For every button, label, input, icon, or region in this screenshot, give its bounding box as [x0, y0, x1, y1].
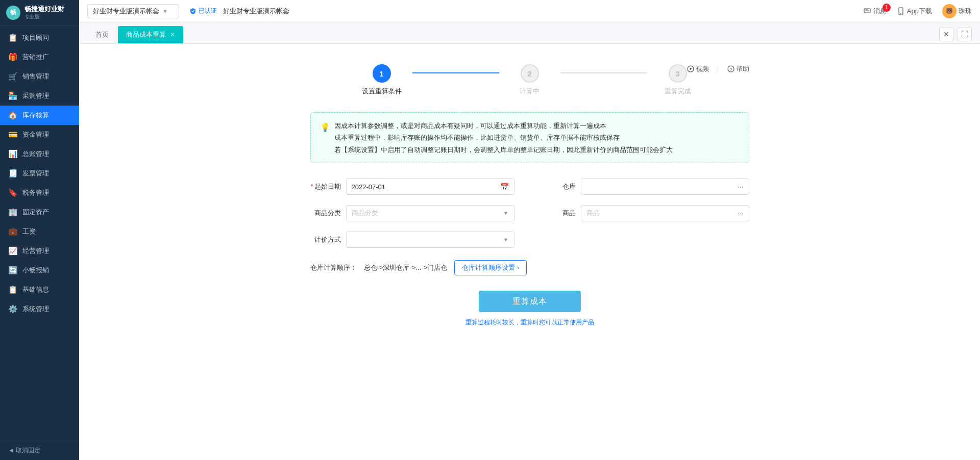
sidebar-item-finance[interactable]: 💳 资金管理 [0, 125, 79, 144]
price-method-label: 计价方式 [310, 235, 341, 244]
start-date-label: *起始日期 [310, 182, 341, 191]
notice-content: 因成本计算参数调整，或是对商品成本有疑问时，可以通过成本重算功能，重新计算一遍成… [334, 120, 673, 156]
notice-line1: 因成本计算参数调整，或是对商品成本有疑问时，可以通过成本重算功能，重新计算一遍成… [334, 120, 673, 132]
sidebar-item-ops[interactable]: 📈 经营管理 [0, 241, 79, 261]
system-icon: ⚙️ [8, 304, 17, 314]
sidebar-item-system[interactable]: ⚙️ 系统管理 [0, 299, 79, 319]
sidebar-item-inventory[interactable]: 🏠 库存核算 [0, 106, 79, 125]
steps-wrapper: 1 设置重算条件 2 计算中 3 [310, 64, 749, 96]
sidebar-item-project[interactable]: 📋 项目顾问 [0, 28, 79, 47]
sidebar-label-purchase: 采购管理 [22, 91, 49, 100]
video-help-link[interactable]: 视频 [687, 64, 709, 73]
user-avatar[interactable]: 🐻 珠珠 [942, 4, 972, 18]
sidebar-label-system: 系统管理 [22, 304, 49, 314]
sidebar-item-invoice[interactable]: 🧾 发票管理 [0, 164, 79, 183]
price-method-arrow-icon: ▼ [503, 237, 509, 243]
calendar-icon[interactable]: 📅 [500, 183, 509, 191]
start-date-input-wrapper[interactable]: 📅 [346, 178, 514, 195]
sidebar-item-salary[interactable]: 💼 工资 [0, 222, 79, 241]
warehouse-order-value: 总仓->深圳仓库->...->门店仓 [364, 263, 448, 272]
step-1: 1 设置重算条件 [351, 64, 412, 96]
finance-icon: 💳 [8, 130, 17, 139]
topbar: 好业财专业版演示帐套 ▼ 已认证 好业财专业版演示帐套 消息 1 [79, 0, 980, 22]
sidebar-unpin[interactable]: ◄ 取消固定 [0, 441, 79, 460]
step-connector-2 [560, 72, 647, 73]
ledger-icon: 📊 [8, 149, 17, 159]
step-3-label: 重算完成 [665, 87, 691, 96]
project-icon: 📋 [8, 33, 17, 42]
price-method-select[interactable]: ▼ [346, 232, 514, 248]
start-date-input[interactable] [352, 183, 497, 191]
sidebar-label-inventory: 库存核算 [22, 111, 49, 120]
tab-home-label: 首页 [95, 30, 109, 39]
page-inner: 1 设置重算条件 2 计算中 3 [300, 44, 760, 347]
close-window-button[interactable]: ✕ [939, 27, 953, 41]
tab-close-icon[interactable]: ✕ [170, 31, 175, 38]
recalc-button[interactable]: 重算成本 [479, 291, 581, 312]
warehouse-order-settings-button[interactable]: 仓库计算顺序设置 › [454, 260, 527, 275]
sidebar-item-ledger[interactable]: 📊 总账管理 [0, 144, 79, 164]
phone-icon [897, 7, 905, 15]
tax-icon: 🔖 [8, 188, 17, 197]
notice-line2: 成本重算过程中，影响库存账的操作均不能操作，比如进货单、销货单、库存单据不能审核… [334, 132, 673, 143]
sidebar-label-project: 项目顾问 [22, 33, 49, 42]
sidebar-label-tax: 税务管理 [22, 188, 49, 197]
form-row-warehouse: 仓库 ··· [545, 178, 749, 195]
sidebar-item-expense[interactable]: 🔄 小畅报销 [0, 261, 79, 280]
form-row-category: 商品分类 商品分类 ▼ [310, 205, 514, 221]
verified-badge: 已认证 [189, 7, 217, 15]
sidebar-item-basic[interactable]: 📋 基础信息 [0, 280, 79, 299]
tab-home[interactable]: 首页 [87, 26, 117, 43]
sidebar-label-salary: 工资 [22, 227, 36, 236]
sidebar: 畅 畅捷通好业财 专业版 📋 项目顾问 🎁 营销推广 🛒 销售管理 🏪 采购管理… [0, 0, 79, 460]
form-row-start-date: *起始日期 📅 [310, 178, 514, 195]
sidebar-nav: 📋 项目顾问 🎁 营销推广 🛒 销售管理 🏪 采购管理 🏠 库存核算 💳 资金管… [0, 26, 79, 441]
category-arrow-icon: ▼ [503, 210, 509, 216]
form-grid: *起始日期 📅 仓库 ··· 商品分类 [310, 178, 749, 248]
sidebar-label-assets: 固定资产 [22, 208, 49, 217]
sidebar-item-purchase[interactable]: 🏪 采购管理 [0, 86, 79, 106]
tab-recalc[interactable]: 商品成本重算 ✕ [118, 26, 183, 43]
assets-icon: 🏢 [8, 208, 17, 217]
sidebar-label-ops: 经营管理 [22, 246, 49, 255]
sidebar-label-marketing: 营销推广 [22, 53, 49, 62]
sidebar-item-marketing[interactable]: 🎁 营销推广 [0, 47, 79, 67]
sidebar-label-expense: 小畅报销 [22, 266, 49, 275]
account-selector[interactable]: 好业财专业版演示帐套 ▼ [87, 4, 179, 18]
notice-icon: 💡 [320, 120, 330, 156]
svg-marker-4 [690, 68, 693, 70]
goods-select[interactable]: 商品 ··· [581, 205, 749, 221]
app-download-button[interactable]: App下载 [897, 7, 932, 16]
svg-point-2 [900, 13, 901, 14]
sidebar-label-sales: 销售管理 [22, 72, 49, 81]
sidebar-label-basic: 基础信息 [22, 285, 49, 294]
expense-icon: 🔄 [8, 266, 17, 275]
sidebar-item-tax[interactable]: 🔖 税务管理 [0, 183, 79, 202]
tab-recalc-label: 商品成本重算 [126, 30, 166, 39]
app-name: 畅捷通好业财 [24, 5, 64, 13]
sidebar-label-finance: 资金管理 [22, 130, 49, 139]
main-area: 好业财专业版演示帐套 ▼ 已认证 好业财专业版演示帐套 消息 1 [79, 0, 980, 460]
sidebar-label-invoice: 发票管理 [22, 169, 49, 178]
warehouse-select[interactable]: ··· [581, 178, 749, 195]
form-row-goods: 商品 商品 ··· [545, 205, 749, 221]
svg-text:?: ? [729, 67, 732, 72]
category-select[interactable]: 商品分类 ▼ [346, 205, 514, 221]
ops-icon: 📈 [8, 246, 17, 255]
message-button[interactable]: 消息 1 [863, 7, 887, 16]
invoice-icon: 🧾 [8, 169, 17, 178]
help-icon: ? [727, 65, 734, 72]
marketing-icon: 🎁 [8, 53, 17, 62]
content-area: 1 设置重算条件 2 计算中 3 [79, 44, 980, 460]
shield-icon [189, 8, 197, 15]
message-badge: 1 [883, 4, 891, 12]
sidebar-item-sales[interactable]: 🛒 销售管理 [0, 67, 79, 86]
topbar-right: 消息 1 App下载 🐻 珠珠 [863, 4, 972, 18]
sidebar-item-assets[interactable]: 🏢 固定资产 [0, 202, 79, 222]
goods-label: 商品 [545, 209, 576, 218]
account-selector-text: 好业财专业版演示帐套 [93, 7, 159, 16]
goods-placeholder: 商品 [586, 209, 600, 218]
expand-window-button[interactable]: ⛶ [958, 27, 972, 41]
help-link[interactable]: ? 帮助 [727, 64, 749, 73]
avatar-image: 🐻 [942, 4, 957, 18]
